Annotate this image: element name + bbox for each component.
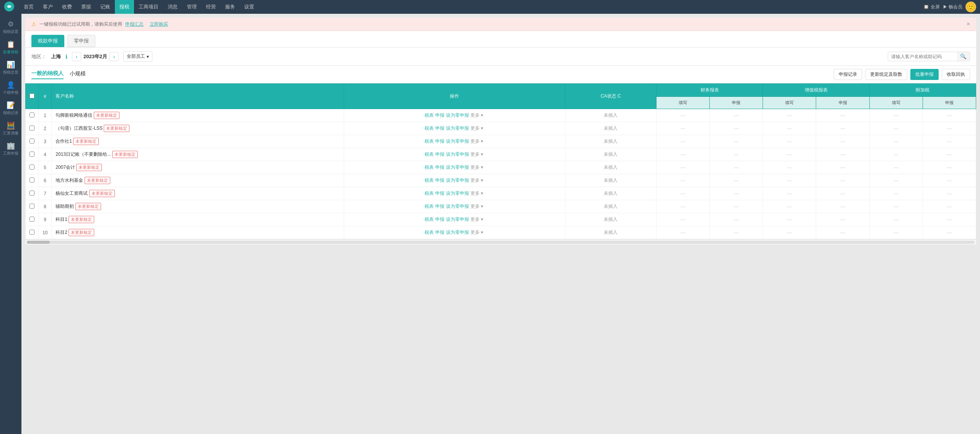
alert-close-button[interactable]: ×	[967, 21, 970, 28]
row-checkbox[interactable]	[29, 230, 34, 235]
client-name[interactable]: 杨仙女工资商试	[56, 191, 88, 196]
op-设为零申报[interactable]: 设为零申报	[446, 217, 469, 222]
nav-service[interactable]: 服务	[220, 0, 240, 14]
op-税表[interactable]: 税表	[425, 204, 434, 209]
collect-receipt-button[interactable]: 收取回执	[942, 69, 970, 80]
sidebar-item-business-report[interactable]: 🏢 工商年报	[0, 139, 21, 159]
op-更多[interactable]: 更多 ▾	[470, 217, 483, 222]
search-input[interactable]	[888, 52, 957, 61]
op-申报[interactable]: 申报	[435, 178, 444, 183]
op-设为零申报[interactable]: 设为零申报	[446, 178, 469, 183]
tab-zero-declaration[interactable]: 零申报	[67, 35, 95, 47]
nav-tax[interactable]: 报税	[115, 0, 134, 14]
row-checkbox[interactable]	[29, 178, 34, 183]
op-设为零申报[interactable]: 设为零申报	[446, 152, 469, 157]
horizontal-scrollbar[interactable]	[25, 239, 976, 245]
client-name[interactable]: 科目1	[56, 217, 67, 222]
op-设为零申报[interactable]: 设为零申报	[446, 204, 469, 209]
tab-tax-declaration[interactable]: 税款申报	[31, 35, 64, 47]
op-税表[interactable]: 税表	[425, 113, 434, 118]
nav-client[interactable]: 客户	[38, 0, 57, 14]
op-申报[interactable]: 申报	[435, 126, 444, 131]
op-更多[interactable]: 更多 ▾	[470, 113, 483, 118]
row-checkbox[interactable]	[29, 139, 34, 144]
nav-business[interactable]: 工商项目	[134, 0, 163, 14]
op-更多[interactable]: 更多 ▾	[470, 139, 483, 144]
update-stats-button[interactable]: 更新统定及取数	[865, 69, 907, 80]
nav-settings[interactable]: 设置	[240, 0, 259, 14]
nav-accounting[interactable]: 记账	[96, 0, 115, 14]
op-税表[interactable]: 税表	[425, 230, 434, 235]
row-checkbox[interactable]	[29, 204, 34, 209]
sidebar-item-tax-overview[interactable]: 📊 报税总览	[0, 57, 21, 78]
nav-home[interactable]: 首页	[19, 0, 38, 14]
sidebar-item-calc-clear[interactable]: 🧮 汇算清缴	[0, 118, 21, 139]
op-申报[interactable]: 申报	[435, 191, 444, 196]
row-checkbox[interactable]	[29, 126, 34, 131]
subtab-small-scale[interactable]: 小规模	[70, 70, 86, 79]
op-税表[interactable]: 税表	[425, 191, 434, 196]
sidebar-item-personal-tax[interactable]: 👤 个税申报	[0, 78, 21, 98]
op-更多[interactable]: 更多 ▾	[470, 165, 483, 170]
client-name[interactable]: 科目2	[56, 230, 67, 235]
app-logo[interactable]	[4, 1, 15, 13]
info-icon[interactable]: ℹ	[65, 54, 67, 60]
nav-invoice[interactable]: 票据	[77, 0, 96, 14]
nav-messages[interactable]: 消息	[163, 0, 182, 14]
batch-declare-button[interactable]: 批量申报	[910, 69, 939, 80]
op-税表[interactable]: 税表	[425, 165, 434, 170]
op-税表[interactable]: 税表	[425, 139, 434, 144]
sidebar-item-tax-settings[interactable]: ⚙ 报税设置	[0, 17, 21, 37]
client-name[interactable]: 2007会计	[56, 165, 75, 170]
op-更多[interactable]: 更多 ▾	[470, 178, 483, 183]
next-month-button[interactable]: ›	[109, 52, 119, 61]
row-checkbox[interactable]	[29, 152, 34, 157]
op-设为零申报[interactable]: 设为零申报	[446, 113, 469, 118]
client-name[interactable]: 勾脚新税网络通信	[56, 113, 92, 118]
scroll-thumb[interactable]	[27, 241, 50, 244]
select-all-checkbox[interactable]	[29, 93, 34, 98]
op-设为零申报[interactable]: 设为零申报	[446, 139, 469, 144]
declaration-records-button[interactable]: 申报记录	[834, 69, 862, 80]
op-税表[interactable]: 税表	[425, 152, 434, 157]
alert-link-buy[interactable]: 立即购买	[150, 21, 168, 28]
row-checkbox[interactable]	[29, 165, 34, 170]
nav-operation[interactable]: 经营	[201, 0, 220, 14]
user-avatar[interactable]: 🙂	[965, 2, 976, 12]
subtab-general-taxpayer[interactable]: 一般的纳税人	[31, 70, 64, 79]
nav-manage[interactable]: 管理	[182, 0, 201, 14]
upgrade-button[interactable]: ▶ 畅会员	[943, 4, 962, 10]
sidebar-item-batch-tax[interactable]: 📋 批量报税	[0, 37, 21, 57]
client-name[interactable]: 辅助期初	[56, 204, 74, 209]
staff-select[interactable]: 全部员工 ▾	[123, 51, 152, 62]
client-name[interactable]: 地方水利基金	[56, 178, 83, 183]
op-申报[interactable]: 申报	[435, 230, 444, 235]
search-button[interactable]: 🔍	[957, 52, 970, 61]
op-更多[interactable]: 更多 ▾	[470, 126, 483, 131]
op-设为零申报[interactable]: 设为零申报	[446, 230, 469, 235]
op-设为零申报[interactable]: 设为零申报	[446, 165, 469, 170]
op-设为零申报[interactable]: 设为零申报	[446, 191, 469, 196]
op-申报[interactable]: 申报	[435, 139, 444, 144]
op-更多[interactable]: 更多 ▾	[470, 230, 483, 235]
op-申报[interactable]: 申报	[435, 165, 444, 170]
op-设为零申报[interactable]: 设为零申报	[446, 126, 469, 131]
op-税表[interactable]: 税表	[425, 178, 434, 183]
op-申报[interactable]: 申报	[435, 217, 444, 222]
prev-month-button[interactable]: ‹	[72, 52, 81, 61]
alert-link-summary[interactable]: 申报汇总	[125, 21, 144, 28]
op-申报[interactable]: 申报	[435, 152, 444, 157]
op-更多[interactable]: 更多 ▾	[470, 152, 483, 157]
op-申报[interactable]: 申报	[435, 204, 444, 209]
client-name[interactable]: 合作社1	[56, 139, 72, 144]
op-更多[interactable]: 更多 ▾	[470, 204, 483, 209]
sidebar-item-tax-records[interactable]: 📝 报税记录	[0, 98, 21, 118]
op-税表[interactable]: 税表	[425, 126, 434, 131]
op-更多[interactable]: 更多 ▾	[470, 191, 483, 196]
row-checkbox[interactable]	[29, 113, 34, 117]
op-申报[interactable]: 申报	[435, 113, 444, 118]
op-税表[interactable]: 税表	[425, 217, 434, 222]
client-name[interactable]: 2013日记账（不要删除给...	[56, 152, 111, 157]
row-checkbox[interactable]	[29, 191, 34, 196]
client-name[interactable]: （勾需）江西股宝-LSS	[56, 126, 103, 131]
